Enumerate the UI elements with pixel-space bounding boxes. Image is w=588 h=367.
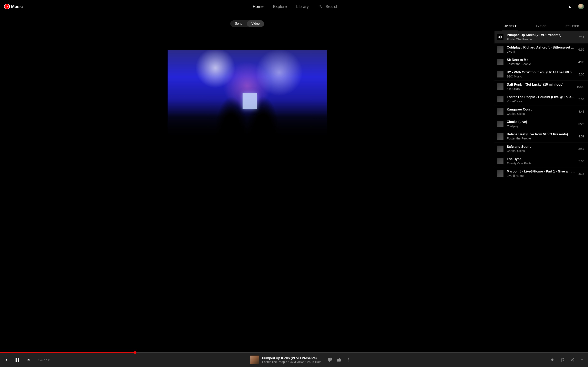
youtube-music-icon [4, 4, 10, 9]
queue-thumb [497, 146, 503, 152]
queue-item-title: Daft Punk - 'Get Lucky' (10 min loop) [507, 82, 573, 87]
queue-item[interactable]: Coldplay / Richard Ashcroft - Bitterswee… [494, 43, 588, 56]
queue-item-title: Kangaroo Court [507, 107, 575, 112]
queue-item-duration: 5:00 [579, 73, 586, 76]
player-controls: 1:40 / 7:11 [4, 356, 51, 363]
queue-item-info: Sit Next to MeFoster the People [507, 58, 575, 66]
queue-item-title: The Hype [507, 157, 575, 161]
queue-item[interactable]: Maroon 5 - Live@Home - Part 1 - Give a l… [494, 167, 588, 180]
queue-panel: UP NEXT LYRICS RELATED Pumped Up Kicks (… [494, 13, 588, 352]
queue-item[interactable]: Sit Next to MeFoster the People4:06 [494, 56, 588, 68]
next-button[interactable] [26, 358, 31, 362]
topbar: Music Home Explore Library Search [0, 0, 588, 13]
nav-home[interactable]: Home [253, 4, 264, 9]
thumb-down-icon[interactable] [328, 358, 332, 362]
logo[interactable]: Music [4, 4, 23, 9]
queue-item[interactable]: Helena Beat (Live from VEVO Presents)Fos… [494, 130, 588, 143]
tab-lyrics[interactable]: LYRICS [526, 21, 557, 31]
queue-item-title: Pumped Up Kicks (VEVO Presents) [507, 33, 575, 37]
queue-item-artist: nTOURIST [507, 87, 573, 91]
queue-item-info: Coldplay / Richard Ashcroft - Bitterswee… [507, 45, 575, 54]
queue-item[interactable]: The HypeTwenty One Pilots5:06 [494, 155, 588, 167]
player-subline: Foster The People • 37M views • 250K lik… [262, 360, 321, 364]
queue-item-duration: 7:11 [579, 35, 586, 39]
volume-icon[interactable] [550, 358, 555, 362]
queue-item-duration: 5:03 [579, 98, 586, 101]
progress-fill [0, 352, 135, 353]
video-player[interactable] [168, 50, 327, 140]
pause-icon [14, 356, 21, 363]
tab-up-next[interactable]: UP NEXT [494, 21, 526, 31]
queue-thumb [497, 59, 503, 65]
queue-item-title: Clocks (Live) [507, 120, 575, 124]
queue-item-title: Coldplay / Richard Ashcroft - Bitterswee… [507, 45, 575, 50]
player-right [550, 358, 584, 362]
queue-item[interactable]: U2 - With Or Without You (U2 At The BBC)… [494, 68, 588, 81]
cast-icon[interactable] [568, 4, 573, 9]
queue-item-info: U2 - With Or Without You (U2 At The BBC)… [507, 70, 575, 79]
queue-item-info: Maroon 5 - Live@Home - Part 1 - Give a l… [507, 169, 575, 178]
queue-item-artist: BBC Music [507, 75, 575, 78]
queue-item-duration: 4:59 [579, 134, 586, 138]
nav-center: Home Explore Library Search [23, 4, 568, 9]
queue-thumb [497, 158, 503, 164]
queue-item-title: Foster The People - Houdini (Live @ Loll… [507, 95, 575, 99]
queue-item-artist: Foster The People [507, 37, 575, 42]
topbar-right [568, 4, 584, 9]
previous-button[interactable] [4, 358, 8, 362]
queue-item[interactable]: Clocks (Live)Coldplay6:25 [494, 118, 588, 130]
queue-thumb [497, 108, 503, 115]
shuffle-icon[interactable] [570, 358, 575, 362]
thumb-up-icon[interactable] [337, 358, 341, 362]
queue-item-duration: 6:55 [579, 48, 586, 51]
queue-item-artist: Twenty One Pilots [507, 161, 575, 165]
queue-item-artist: Coldplay [507, 124, 575, 128]
queue-item-duration: 3:47 [579, 147, 586, 150]
progress-bar[interactable] [0, 352, 588, 353]
search-icon [318, 4, 323, 9]
queue-item[interactable]: Foster The People - Houdini (Live @ Loll… [494, 93, 588, 105]
queue-item[interactable]: Daft Punk - 'Get Lucky' (10 min loop)nTO… [494, 81, 588, 93]
toggle-video[interactable]: Video [247, 20, 264, 27]
chevron-down-icon[interactable] [580, 358, 584, 362]
queue-item-duration: 8:16 [579, 172, 586, 175]
more-vert-icon[interactable] [346, 358, 351, 362]
logo-text: Music [11, 4, 23, 9]
now-playing-thumb [497, 34, 503, 40]
queue-item-title: Sit Next to Me [507, 58, 575, 62]
avatar[interactable] [578, 4, 584, 9]
queue-item-duration: 5:06 [579, 159, 586, 163]
player-center: Pumped Up Kicks (VEVO Presents) Foster T… [53, 356, 548, 364]
search-label: Search [325, 4, 338, 9]
queue-item-info: Kangaroo CourtCapital Cities [507, 107, 575, 116]
player-title: Pumped Up Kicks (VEVO Presents) [262, 356, 321, 360]
queue-thumb [497, 71, 503, 77]
queue-item-title: Maroon 5 - Live@Home - Part 1 - Give a l… [507, 169, 575, 174]
queue-item[interactable]: Pumped Up Kicks (VEVO Presents)Foster Th… [494, 31, 588, 43]
queue-list[interactable]: Pumped Up Kicks (VEVO Presents)Foster Th… [494, 31, 588, 352]
queue-item-artist: Live@Home [507, 174, 575, 178]
tab-related[interactable]: RELATED [557, 21, 588, 31]
queue-thumb [497, 121, 503, 127]
toggle-song[interactable]: Song [230, 20, 247, 27]
queue-item-info: Safe and SoundCapital Cities [507, 145, 575, 153]
queue-item-artist: Capital Cities [507, 112, 575, 116]
queue-item-duration: 6:25 [579, 122, 586, 125]
repeat-icon[interactable] [560, 358, 565, 362]
nav-explore[interactable]: Explore [273, 4, 287, 9]
queue-item[interactable]: Safe and SoundCapital Cities3:47 [494, 143, 588, 155]
queue-thumb [497, 83, 503, 90]
nav-library[interactable]: Library [296, 4, 309, 9]
video-pane: Song Video [0, 13, 494, 352]
play-pause-button[interactable] [14, 356, 21, 363]
queue-item[interactable]: Kangaroo CourtCapital Cities4:43 [494, 105, 588, 118]
queue-item-info: Daft Punk - 'Get Lucky' (10 min loop)nTO… [507, 82, 573, 91]
queue-item-artist: Foster the People [507, 136, 575, 141]
queue-item-info: Clocks (Live)Coldplay [507, 120, 575, 128]
queue-item-title: Safe and Sound [507, 145, 575, 149]
player-actions [328, 358, 351, 362]
queue-item-info: Foster The People - Houdini (Live @ Loll… [507, 95, 575, 103]
search-button[interactable]: Search [318, 4, 338, 9]
player-cover[interactable] [250, 356, 259, 364]
queue-item-duration: 4:06 [579, 60, 586, 64]
